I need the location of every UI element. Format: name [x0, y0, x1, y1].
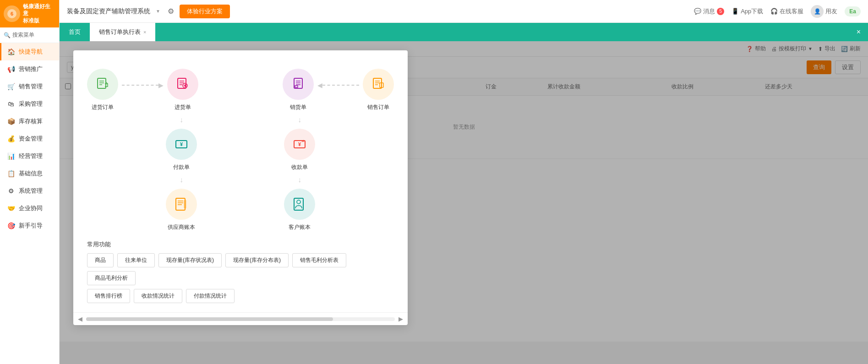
marketing-icon: 📢 [7, 65, 15, 73]
inventory-icon: 📦 [7, 117, 15, 125]
gear-icon[interactable]: ⚙ [168, 7, 174, 16]
operation-icon: 📊 [7, 152, 15, 160]
customer-account-icon [284, 189, 315, 220]
sidebar-item-guide[interactable]: 🎯 新手引导 [0, 217, 59, 234]
sidebar-item-enterprise[interactable]: 🤝 企业协同 [0, 200, 59, 217]
finance-icon: 💰 [7, 135, 15, 143]
svg-rect-34 [184, 200, 186, 208]
logo-text: 畅康通好生意 标准版 [23, 3, 55, 25]
func-btn-stock-dist[interactable]: 现存量(库存分布表) [225, 253, 289, 267]
service-icon: 🎧 [770, 8, 778, 15]
sidebar-item-basic-info[interactable]: 📋 基础信息 [0, 165, 59, 182]
receipt-bill-label: 收款单 [291, 163, 308, 171]
experience-button[interactable]: 体验行业方案 [180, 5, 230, 18]
avatar: 👤 [811, 5, 824, 18]
func-btn-sales-profit[interactable]: 销售毛利分析表 [292, 253, 346, 267]
svg-rect-19 [373, 78, 382, 88]
func-btn-stock-status[interactable]: 现存量(库存状况表) [158, 253, 222, 267]
func-btn-payment-stats[interactable]: 付款情况统计 [186, 289, 235, 303]
sales-icon: 🛒 [7, 82, 15, 91]
enterprise-icon: 🤝 [7, 204, 15, 212]
tabs-bar: 首页 销售订单执行表 × × [60, 23, 868, 41]
sidebar-item-operation[interactable]: 📊 经营管理 [0, 147, 59, 165]
svg-point-36 [297, 200, 300, 204]
search-menu[interactable]: 🔍 搜索菜单 [0, 27, 59, 43]
workflow-sales-order[interactable]: 销售订单 [363, 69, 394, 111]
payment-bill-label: 付款单 [173, 163, 190, 171]
workflow-sales-bill[interactable]: 销货单 [283, 69, 314, 111]
workflow-purchase-bill[interactable]: 进货单 [167, 69, 198, 111]
func-buttons-row1: 商品 往来单位 现存量(库存状况表) 现存量(库存分布表) 销售毛利分析表 商品… [87, 253, 394, 285]
scrollbar-thumb[interactable] [86, 317, 333, 321]
sidebar: 6 畅康通好生意 标准版 🔍 搜索菜单 🏠 快捷导航 📢 营销推广 🛒 销售管理… [0, 0, 60, 364]
modal-scrollbar-area: ◀ ▶ [73, 312, 408, 325]
search-icon: 🔍 [4, 32, 11, 38]
workflow-payment-bill[interactable]: ¥ 付款单 [166, 129, 197, 171]
workflow-modal: 进货订单 ▶ [73, 50, 408, 325]
system-dropdown[interactable]: ▼ [156, 9, 160, 14]
sidebar-item-sales[interactable]: 🛒 销售管理 [0, 78, 59, 95]
sales-order-label: 销售订单 [367, 103, 389, 111]
app-download-button[interactable]: 📱 App下载 [732, 7, 763, 16]
sales-bill-label: 销货单 [290, 103, 306, 111]
func-btn-sales-rank[interactable]: 销售排行榜 [87, 289, 130, 303]
online-service-button[interactable]: 🎧 在线客服 [770, 7, 803, 16]
scrollbar-track[interactable] [86, 317, 395, 321]
svg-text:¥: ¥ [180, 141, 183, 147]
purchase-order-icon [87, 69, 118, 100]
sidebar-item-quick-nav[interactable]: 🏠 快捷导航 [0, 43, 59, 60]
sales-order-icon [363, 69, 394, 100]
message-button[interactable]: 💬 消息 5 [694, 7, 724, 16]
common-functions: 常用功能 商品 往来单位 现存量(库存状况表) 现存量(库存分布表) 销售毛利分… [87, 240, 394, 303]
func-btn-product[interactable]: 商品 [87, 253, 114, 267]
svg-rect-18 [295, 86, 298, 87]
sidebar-item-marketing[interactable]: 📢 营销推广 [0, 60, 59, 78]
supplier-account-label: 供应商账本 [168, 223, 195, 231]
header: 装备及固定资产辅助管理系统 ▼ ⚙ 体验行业方案 💬 消息 5 📱 App下载 … [60, 0, 868, 23]
tab-sales-order-execution[interactable]: 销售订单执行表 × [90, 23, 155, 41]
workflow-receipt-bill[interactable]: ¥ 收款单 [284, 129, 315, 171]
message-badge: 5 [717, 8, 724, 15]
phone-icon: 📱 [732, 8, 739, 15]
sidebar-item-finance[interactable]: 💰 资金管理 [0, 130, 59, 147]
sales-bill-icon [283, 69, 314, 100]
workflow-supplier-account[interactable]: 供应商账本 [166, 189, 197, 231]
workflow-purchase-order[interactable]: 进货订单 [87, 69, 118, 111]
payment-bill-icon: ¥ [166, 129, 197, 160]
receipt-bill-icon: ¥ [284, 129, 315, 160]
sidebar-item-purchase[interactable]: 🛍 采购管理 [0, 95, 59, 113]
content-area: ❓ 帮助 🖨 按模板打印 ▼ ⬆ 导出 🔄 刷新 [60, 41, 868, 364]
header-right: 💬 消息 5 📱 App下载 🎧 在线客服 👤 用友 Ea [694, 5, 861, 18]
scroll-right-icon[interactable]: ▶ [399, 315, 403, 322]
purchase-icon: 🛍 [7, 100, 15, 108]
home-icon: 🏠 [7, 48, 15, 56]
supplier-account-icon [166, 189, 197, 220]
basic-info-icon: 📋 [7, 169, 15, 178]
sidebar-item-inventory[interactable]: 📦 库存核算 [0, 113, 59, 130]
svg-text:6: 6 [11, 11, 13, 16]
purchase-bill-icon [167, 69, 198, 100]
purchase-bill-label: 进货单 [175, 103, 191, 111]
scroll-left-icon[interactable]: ◀ [78, 315, 82, 322]
chevron-down-icon: ▼ [156, 9, 160, 14]
func-btn-product-profit[interactable]: 商品毛利分析 [87, 271, 136, 285]
customer-account-label: 客户账本 [289, 223, 311, 231]
user-menu[interactable]: 👤 用友 [811, 5, 837, 18]
func-btn-counterpart[interactable]: 往来单位 [117, 253, 155, 267]
system-icon: ⚙ [7, 187, 15, 195]
guide-icon: 🎯 [7, 222, 15, 230]
func-btn-receipt-stats[interactable]: 收款情况统计 [134, 289, 182, 303]
purchase-order-label: 进货订单 [92, 103, 114, 111]
workflow-customer-account[interactable]: 客户账本 [284, 189, 315, 231]
close-all-tabs-icon[interactable]: × [857, 28, 868, 36]
message-icon: 💬 [694, 8, 701, 15]
modal-overlay[interactable]: 进货订单 ▶ [60, 41, 868, 364]
func-buttons-row2: 销售排行榜 收款情况统计 付款情况统计 [87, 289, 394, 303]
tab-close-icon[interactable]: × [143, 29, 146, 35]
modal-body: 进货订单 ▶ [73, 50, 408, 312]
logo-icon: 6 [4, 5, 20, 22]
sidebar-item-system[interactable]: ⚙ 系统管理 [0, 182, 59, 200]
sidebar-logo: 6 畅康通好生意 标准版 [0, 0, 59, 27]
tab-home[interactable]: 首页 [60, 23, 90, 41]
svg-text:¥: ¥ [298, 141, 301, 147]
